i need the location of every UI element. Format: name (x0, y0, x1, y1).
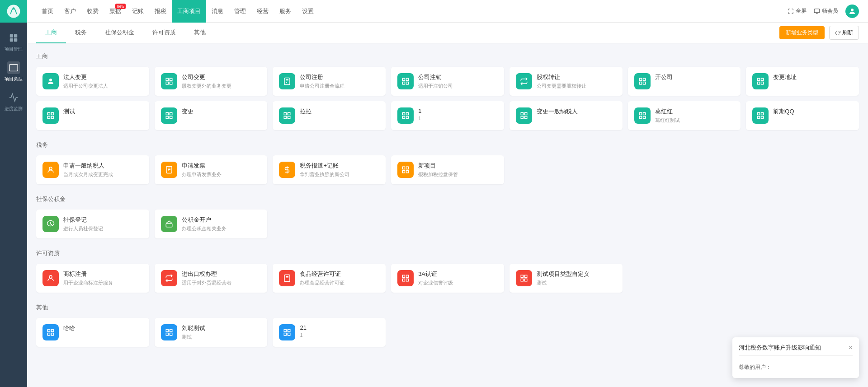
project-management-icon-box (7, 32, 20, 44)
card-shuiwu-baodao[interactable]: 税务报道+记账 拿到营业执照的新公司 (273, 155, 386, 184)
nav-settings[interactable]: 设置 (297, 0, 319, 23)
lala-icon (279, 107, 295, 124)
tab-gongshang[interactable]: 工商 (36, 23, 66, 43)
card-qianqi-qq[interactable]: 前期QQ (746, 101, 859, 130)
svg-rect-20 (402, 82, 405, 84)
svg-rect-55 (761, 112, 764, 115)
svg-rect-64 (402, 167, 405, 169)
fullscreen-btn[interactable]: 全屏 (788, 7, 807, 15)
nav-manage[interactable]: 管理 (229, 0, 251, 23)
card-haha[interactable]: 哈哈 (36, 318, 149, 347)
user-avatar[interactable] (845, 5, 859, 18)
add-business-type-button[interactable]: 新增业务类型 (779, 26, 825, 39)
svg-rect-48 (521, 117, 523, 119)
refresh-button[interactable]: 刷新 (829, 26, 859, 40)
svg-rect-10 (166, 78, 168, 80)
svg-rect-26 (758, 78, 760, 80)
card-gongsi-zhuce[interactable]: 公司注册 申请公司注册全流程 (273, 67, 386, 96)
nav-message[interactable]: 消息 (206, 0, 229, 23)
sidebar-logo[interactable] (0, 0, 27, 23)
main-content: 首页 客户 收费 票据 new 记账 报税 工商项目 消息 管理 经营 服务 设… (27, 0, 868, 387)
nav-bookkeeping[interactable]: 记账 (127, 0, 149, 23)
card-guquan-zhuanrang[interactable]: 股权转让 公司变更需要股权转让 (509, 67, 623, 96)
svg-rect-24 (639, 82, 642, 84)
card-21-icon (279, 324, 295, 340)
svg-rect-86 (170, 329, 172, 331)
svg-rect-37 (170, 117, 172, 119)
card-xin-xiangmu[interactable]: 新项目 报税加税控盘保管 (391, 155, 504, 184)
svg-rect-87 (166, 333, 168, 336)
svg-rect-91 (284, 333, 287, 336)
notification-divider (739, 355, 853, 356)
svg-rect-42 (402, 112, 405, 115)
card-ceshi-zidingyi[interactable]: 测试项目类型自定义 测试 (509, 264, 623, 293)
gongshang-cards-row2: 测试 变更 拉拉 (36, 101, 859, 130)
card-num1[interactable]: 1 1 (391, 101, 504, 130)
card-gongsi-biangeng[interactable]: 公司变更 股权变更外的业务变更 (155, 67, 268, 96)
ceshi-zidingyi-icon (516, 270, 532, 286)
nav-fee[interactable]: 收费 (81, 0, 104, 23)
qianqi-qq-icon (752, 107, 769, 124)
card-3a-renzheng[interactable]: 3A认证 对企业信誉评级 (391, 264, 504, 293)
nav-home[interactable]: 首页 (36, 0, 59, 23)
card-shangbiao-zhuce[interactable]: 商标注册 用于企业商标注册服务 (36, 264, 149, 293)
biangeng-dizhi-icon (752, 73, 769, 89)
card-shenqing-shuiren[interactable]: 申请一般纳税人 当月或次月成变更完成 (36, 155, 149, 184)
gongsi-zhuce-icon (279, 73, 295, 89)
tab-shebao[interactable]: 社保公积金 (96, 23, 143, 43)
card-shebao-dengji[interactable]: 社保登记 进行人员社保登记 (36, 210, 149, 238)
card-jinchukouquan[interactable]: 进出口权办理 适用于对外贸易经营者 (155, 264, 268, 293)
svg-rect-80 (524, 279, 527, 281)
card-gehonghong[interactable]: 葛红红 葛红红测试 (628, 101, 741, 130)
nav-customer[interactable]: 客户 (59, 0, 81, 23)
tab-qita[interactable]: 其他 (185, 23, 215, 43)
svg-rect-77 (521, 275, 523, 277)
nav-ticket[interactable]: 票据 new (104, 0, 127, 23)
tab-xuke[interactable]: 许可资质 (143, 23, 185, 43)
sidebar-item-project-type-label: 项目类型 (5, 76, 23, 82)
svg-rect-32 (47, 117, 50, 119)
svg-rect-18 (402, 78, 405, 80)
svg-point-1 (13, 7, 15, 9)
card-biangeng-shuiren[interactable]: 变更一般纳税人 (509, 101, 623, 130)
svg-rect-66 (402, 171, 405, 173)
card-shipin-xuke[interactable]: 食品经营许可证 办理食品经营许可证 (273, 264, 386, 293)
svg-rect-47 (524, 112, 527, 115)
svg-rect-75 (402, 279, 405, 281)
card-gongjijin-kaihu[interactable]: 公积金开户 办理公积金相关业务 (155, 210, 268, 238)
nav-tax[interactable]: 报税 (149, 0, 172, 23)
sidebar-item-progress[interactable]: 进度监测 (0, 87, 27, 117)
nav-service[interactable]: 服务 (274, 0, 297, 23)
svg-rect-41 (288, 117, 290, 119)
nav-operation[interactable]: 经营 (251, 0, 274, 23)
nav-business[interactable]: 工商项目 (172, 0, 206, 23)
gongsi-zhuxiao-icon (397, 73, 414, 89)
sidebar-item-project-type[interactable]: 项目类型 (0, 57, 27, 87)
shenqing-shuiren-icon (42, 162, 59, 178)
member-btn[interactable]: 畅会员 (814, 7, 838, 15)
card-21[interactable]: 21 1 (273, 318, 386, 347)
notification-close-button[interactable]: × (849, 344, 853, 352)
member-label: 畅会员 (822, 7, 838, 15)
guquan-zhuanrang-icon (516, 73, 532, 89)
card-ceshi[interactable]: 测试 (36, 101, 149, 130)
tab-shuiwu[interactable]: 税务 (66, 23, 96, 43)
sidebar-item-project-management[interactable]: 项目管理 (0, 27, 27, 57)
svg-point-9 (49, 79, 52, 81)
card-gongsi-zhuxiao[interactable]: 公司注销 适用于注销公司 (391, 67, 504, 96)
card-kai-gongsi[interactable]: 开公司 (628, 67, 741, 96)
svg-rect-5 (14, 38, 17, 42)
svg-rect-53 (643, 117, 645, 119)
card-biangeng2[interactable]: 变更 (155, 101, 268, 130)
notification-popup: 河北税务数字账户升级影响通知 × 尊敬的用户： (732, 337, 859, 378)
svg-rect-22 (639, 78, 642, 80)
card-liucong-ceshi[interactable]: 刘聪测试 测试 (155, 318, 268, 347)
card-shenqing-fapiao[interactable]: 申请发票 办理申请发票业务 (155, 155, 268, 184)
gongsi-biangeng-icon (161, 73, 177, 89)
card-biangeng-dizhi[interactable]: 变更地址 (746, 67, 859, 96)
svg-rect-89 (284, 329, 287, 331)
faren-biangeng-text: 法人变更 适用于公司变更法人 (63, 73, 143, 89)
card-lala[interactable]: 拉拉 (273, 101, 386, 130)
shebao-dengji-icon (42, 216, 59, 232)
card-faren-biangeng[interactable]: 法人变更 适用于公司变更法人 (36, 67, 149, 96)
